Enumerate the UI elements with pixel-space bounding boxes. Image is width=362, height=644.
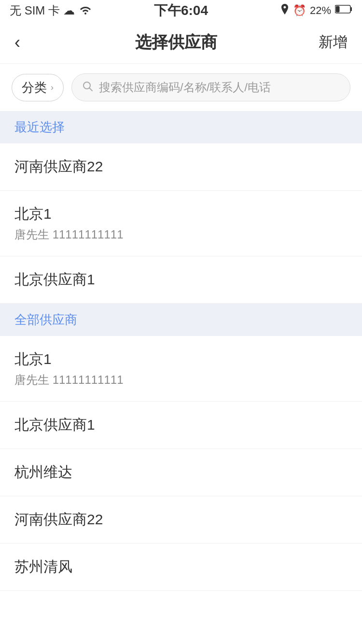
list-item[interactable]: 北京1唐先生 11111111111 — [0, 191, 362, 256]
list-item[interactable]: 北京1唐先生 11111111111 — [0, 336, 362, 402]
search-box[interactable]: 搜索供应商编码/名称/联系人/电话 — [71, 73, 350, 101]
list-item[interactable]: 杭州维达 — [0, 449, 362, 496]
chevron-icon: › — [51, 83, 54, 93]
category-button[interactable]: 分类 › — [12, 74, 64, 101]
wifi-icon — [79, 4, 92, 17]
item-name: 北京供应商1 — [14, 415, 348, 435]
item-sub: 唐先生 11111111111 — [14, 227, 348, 242]
section-header-all: 全部供应商 — [0, 304, 362, 336]
add-button[interactable]: 新增 — [309, 32, 348, 52]
item-name: 河南供应商22 — [14, 157, 348, 177]
list-item[interactable]: 河南供应商22 — [0, 496, 362, 544]
list-item[interactable]: 北京供应商1 — [0, 402, 362, 449]
search-placeholder: 搜索供应商编码/名称/联系人/电话 — [99, 80, 271, 95]
location-icon — [280, 4, 289, 17]
list-item[interactable]: 北京供应商1 — [0, 256, 362, 304]
svg-line-4 — [90, 88, 93, 91]
category-label: 分类 — [22, 79, 47, 96]
list-item[interactable]: 苏州清风 — [0, 544, 362, 591]
item-name: 苏州清风 — [14, 557, 348, 577]
page-title: 选择供应商 — [135, 31, 217, 54]
item-sub: 唐先生 11111111111 — [14, 372, 348, 388]
alarm-icon: ⏰ — [293, 4, 306, 17]
item-name: 北京1 — [14, 204, 348, 224]
item-name: 北京供应商1 — [14, 270, 348, 290]
battery-level: 22% — [310, 4, 331, 17]
supplier-list: 最近选择河南供应商22北京1唐先生 11111111111北京供应商1全部供应商… — [0, 111, 362, 591]
section-header-recent: 最近选择 — [0, 111, 362, 143]
sim-status: 无 SIM 卡 ☁ — [10, 3, 75, 18]
nav-bar: ‹ 选择供应商 新增 — [0, 21, 362, 64]
item-name: 杭州维达 — [14, 462, 348, 482]
search-icon — [82, 80, 93, 95]
item-name: 北京1 — [14, 350, 348, 369]
svg-rect-2 — [336, 6, 340, 13]
list-item[interactable]: 河南供应商22 — [0, 143, 362, 191]
status-time: 下午6:04 — [154, 1, 208, 20]
item-name: 河南供应商22 — [14, 510, 348, 530]
battery-icon — [335, 4, 352, 17]
filter-bar: 分类 › 搜索供应商编码/名称/联系人/电话 — [0, 64, 362, 111]
back-button[interactable]: ‹ — [14, 32, 43, 53]
svg-rect-1 — [350, 7, 352, 11]
status-right: ⏰ 22% — [280, 4, 352, 17]
status-bar: 无 SIM 卡 ☁ 下午6:04 ⏰ 22% — [0, 0, 362, 21]
status-left: 无 SIM 卡 ☁ — [10, 3, 92, 18]
